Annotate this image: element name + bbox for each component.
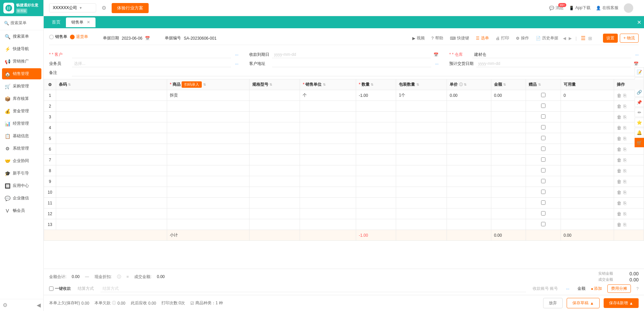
cell-pkgqty-2[interactable] (396, 101, 447, 112)
cell-price-6[interactable] (447, 144, 491, 155)
cell-price-11[interactable] (447, 198, 491, 208)
cell-qty-12[interactable] (356, 208, 396, 219)
cell-unit-7[interactable] (300, 155, 356, 165)
cell-amount-8[interactable] (491, 165, 526, 176)
barcode-input-13[interactable] (59, 222, 164, 227)
settings-button[interactable]: 设置 (603, 34, 618, 43)
cell-qty-2[interactable] (356, 101, 396, 112)
cell-spec-9[interactable] (249, 176, 300, 187)
cell-spec-3[interactable] (249, 112, 300, 122)
delete-icon-8[interactable]: 🗑 (617, 168, 621, 173)
copy-icon-5[interactable]: ⎘ (623, 136, 626, 141)
discount-info-icon[interactable]: ⓘ (117, 274, 121, 280)
cell-pkgqty-5[interactable] (396, 133, 447, 144)
cell-unit-2[interactable] (300, 101, 356, 112)
salesman-more-icon[interactable]: ··· (235, 62, 238, 66)
gift-checkbox-7[interactable] (541, 157, 545, 162)
cell-amount-4[interactable] (491, 122, 526, 133)
customer-more-icon[interactable]: ··· (235, 52, 238, 57)
cell-barcode-7[interactable] (56, 155, 167, 165)
cell-barcode-6[interactable] (56, 144, 167, 155)
lack-info-icon[interactable]: ⓘ (112, 300, 116, 306)
delete-icon-12[interactable]: 🗑 (617, 211, 621, 217)
right-btn-7[interactable]: 🔔 (635, 128, 644, 137)
cell-product-12[interactable] (167, 208, 249, 219)
expected-date-input[interactable] (476, 60, 631, 67)
warehouse-input[interactable] (472, 51, 631, 58)
sidebar-item-purchase[interactable]: 🛒采购管理 (0, 80, 43, 92)
select-btn[interactable]: ☰ 选单 (474, 35, 491, 42)
right-btn-5[interactable]: ✏ (635, 108, 644, 117)
cell-spec-12[interactable] (249, 208, 300, 219)
gift-checkbox-6[interactable] (541, 147, 545, 151)
cell-qty-7[interactable] (356, 155, 396, 165)
cell-pkgqty-13[interactable] (396, 219, 447, 230)
cell-barcode-10[interactable] (56, 187, 167, 198)
gift-checkbox-12[interactable] (541, 211, 545, 216)
delete-icon-13[interactable]: 🗑 (617, 222, 621, 227)
cell-gift-11[interactable] (526, 198, 561, 208)
cell-barcode-5[interactable] (56, 133, 167, 144)
sidebar-item-finance[interactable]: 💰资金管理 (0, 105, 43, 117)
cell-unit-12[interactable] (300, 208, 356, 219)
cell-barcode-12[interactable] (56, 208, 167, 219)
cell-price-8[interactable] (447, 165, 491, 176)
col-settings[interactable]: ⚙ (44, 79, 56, 90)
cell-gift-12[interactable] (526, 208, 561, 219)
cell-barcode-13[interactable] (56, 219, 167, 230)
scan-button[interactable]: 扫码录入 (182, 81, 202, 88)
tab-close-icon[interactable]: ✕ (87, 20, 90, 25)
cell-unit-1[interactable]: 个 (300, 90, 356, 101)
cell-gift-2[interactable] (526, 101, 561, 112)
cell-price-7[interactable] (447, 155, 491, 165)
cell-amount-7[interactable] (491, 155, 526, 165)
cell-qty-5[interactable] (356, 133, 396, 144)
gift-checkbox-9[interactable] (541, 179, 545, 183)
cell-product-2[interactable] (167, 101, 249, 112)
cell-gift-5[interactable] (526, 133, 561, 144)
delete-icon-1[interactable]: 🗑 (617, 93, 621, 98)
copy-icon-1[interactable]: ⎘ (623, 93, 626, 98)
cell-unit-4[interactable] (300, 122, 356, 133)
radio-sales[interactable]: 销售单 (49, 34, 67, 40)
sidebar-item-shortcut[interactable]: ⚡快捷导航 (0, 43, 43, 55)
cell-product-6[interactable] (167, 144, 249, 155)
cell-product-11[interactable] (167, 198, 249, 208)
cell-amount-12[interactable] (491, 208, 526, 219)
cell-product-7[interactable] (167, 155, 249, 165)
copy-icon-3[interactable]: ⎘ (623, 114, 626, 120)
sidebar-item-marketing[interactable]: 📢营销推广 (0, 55, 43, 68)
cell-amount-5[interactable] (491, 133, 526, 144)
cell-pkgqty-4[interactable] (396, 122, 447, 133)
cell-barcode-2[interactable] (56, 101, 167, 112)
cell-spec-2[interactable] (249, 101, 300, 112)
cell-pkgqty-6[interactable] (396, 144, 447, 155)
cell-gift-9[interactable] (526, 176, 561, 187)
cell-product-5[interactable] (167, 133, 249, 144)
gift-checkbox-2[interactable] (541, 104, 545, 108)
cell-spec-10[interactable] (249, 187, 300, 198)
sidebar-item-appstore[interactable]: 🔲应用中心 (0, 180, 43, 192)
barcode-input-6[interactable] (59, 147, 164, 152)
cell-unit-10[interactable] (300, 187, 356, 198)
barcode-input-10[interactable] (59, 190, 164, 195)
cell-price-2[interactable] (447, 101, 491, 112)
cell-amount-10[interactable] (491, 187, 526, 198)
help-btn[interactable]: ? 帮助 (429, 35, 445, 42)
message-btn[interactable]: 💬 消息 99+ (549, 5, 564, 11)
cell-qty-4[interactable] (356, 122, 396, 133)
sidebar-item-basic[interactable]: 📋基础信息 (0, 130, 43, 142)
delete-icon-3[interactable]: 🗑 (617, 114, 621, 120)
cell-pkgqty-11[interactable] (396, 198, 447, 208)
cell-pkgqty-12[interactable] (396, 208, 447, 219)
cell-qty-10[interactable] (356, 187, 396, 198)
delete-icon-4[interactable]: 🗑 (617, 125, 621, 130)
cell-barcode-9[interactable] (56, 176, 167, 187)
barcode-input-3[interactable] (59, 115, 164, 119)
delete-icon-10[interactable]: 🗑 (617, 190, 621, 195)
cell-unit-5[interactable] (300, 133, 356, 144)
cell-spec-8[interactable] (249, 165, 300, 176)
delete-icon-2[interactable]: 🗑 (617, 104, 621, 109)
customer-addr-input[interactable] (272, 60, 431, 67)
cell-barcode-8[interactable] (56, 165, 167, 176)
